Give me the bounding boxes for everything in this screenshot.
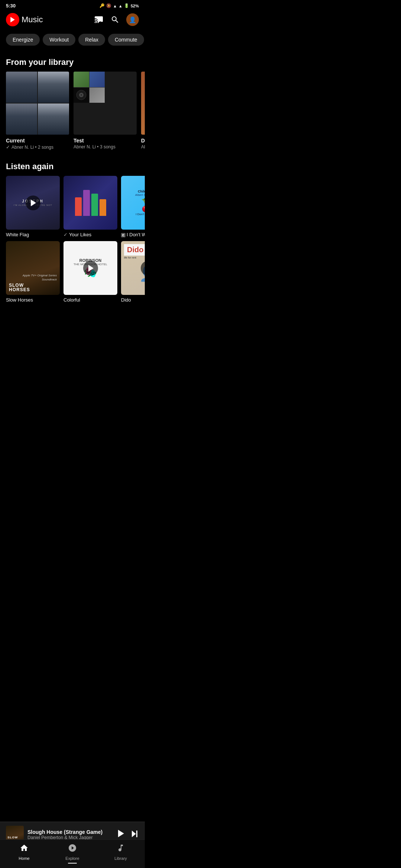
chip-workout[interactable]: Workout — [43, 34, 75, 46]
signal-icon: ▲ — [118, 4, 123, 8]
chip-commute[interactable]: Commute — [108, 34, 144, 46]
slow-horses-art-inner: Apple TV+ Original Series Soundtrack SLO… — [6, 241, 60, 295]
status-time: 5:30 — [6, 3, 16, 9]
library-item-test[interactable]: Test Abner N. Li • 3 songs — [74, 72, 137, 150]
check-icon-current: ✓ — [6, 144, 10, 150]
explicit-badge: E — [121, 233, 125, 237]
art-cell-1 — [6, 72, 37, 103]
youtube-music-logo — [6, 13, 19, 26]
library-item-meta-test: Abner N. Li • 3 songs — [74, 144, 137, 149]
listen-again-row-2: Apple TV+ Original Series Soundtrack SLO… — [0, 241, 145, 306]
library-item-disc[interactable]: 🎨 Disc... Abner N. Li — [141, 72, 145, 150]
key-icon: 🔑 — [100, 3, 105, 8]
test-cell-2 — [89, 72, 105, 87]
art-cell-2 — [38, 72, 69, 103]
test-cell-4 — [89, 88, 105, 103]
test-art-grid — [74, 72, 105, 103]
library-item-name-current: Current — [6, 138, 69, 144]
listen-item-name-your-likes: ✓ Your Likes — [63, 232, 117, 237]
app-name: Music — [22, 15, 43, 24]
status-bar: 5:30 🔑 🔕 ▲ ▲ 🔋 52% — [0, 0, 145, 10]
art-cell-4 — [38, 103, 69, 135]
user-avatar[interactable]: 👤 — [126, 13, 139, 26]
library-item-name-test: Test — [74, 138, 137, 144]
library-art-current — [6, 72, 69, 135]
listen-item-colorful[interactable]: ROBINSON THE MORRISON HOTEL 🎭 Colorful — [63, 241, 117, 303]
colorful-art-inner: ROBINSON THE MORRISON HOTEL 🎭 — [63, 241, 117, 295]
listen-item-name-dido: Dido — [121, 297, 145, 303]
library-row: Current ✓ Abner N. Li • 2 songs — [0, 72, 145, 150]
your-likes-check: ✓ — [63, 232, 68, 237]
mood-chips-row: Energize Workout Relax Commute Fo... — [0, 31, 145, 52]
wifi-icon: ▲ — [113, 4, 117, 8]
listen-art-hammond: Child Animal Albert Hammond Jr 🍒 I Don't… — [121, 176, 145, 230]
battery-percent: 52% — [131, 4, 139, 8]
chip-relax[interactable]: Relax — [78, 34, 105, 46]
mute-icon: 🔕 — [106, 3, 111, 8]
listen-item-name-hammond: EI Don't Wanna Talk (I Just Wanna Dance) — [121, 232, 145, 237]
test-cell-3 — [74, 88, 89, 103]
listen-again-section-title: Listen again — [0, 156, 145, 176]
listen-item-hammond[interactable]: Child Animal Albert Hammond Jr 🍒 I Don't… — [121, 176, 145, 237]
play-triangle-colorful — [88, 265, 94, 272]
likes-bars — [75, 190, 106, 216]
app-header: Music 👤 — [0, 10, 145, 31]
svg-point-3 — [81, 94, 82, 96]
header-actions: 👤 — [94, 13, 139, 26]
library-item-current[interactable]: Current ✓ Abner N. Li • 2 songs — [6, 72, 69, 150]
listen-item-name-slow-horses: Slow Horses — [6, 297, 60, 303]
dido-title-box: Dido life for rent — [124, 244, 145, 259]
listen-art-dido: Dido life for rent 👤 — [121, 241, 145, 295]
listen-item-your-likes[interactable]: ✓ Your Likes — [63, 176, 117, 237]
library-item-meta-disc: Abner N. Li — [141, 144, 145, 149]
listen-art-slow-horses: Apple TV+ Original Series Soundtrack SLO… — [6, 241, 60, 295]
art-cell-3 — [6, 103, 37, 135]
listen-item-slow-horses[interactable]: Apple TV+ Original Series Soundtrack SLO… — [6, 241, 60, 303]
listen-art-your-likes — [63, 176, 117, 230]
status-icons: 🔑 🔕 ▲ ▲ 🔋 52% — [100, 3, 139, 8]
cast-button[interactable] — [94, 14, 104, 25]
library-section-title: From your library — [0, 52, 145, 72]
likes-art-inner — [63, 176, 117, 230]
logo-area: Music — [6, 13, 43, 26]
chip-energize[interactable]: Energize — [6, 34, 40, 46]
library-item-meta-current: ✓ Abner N. Li • 2 songs — [6, 144, 69, 150]
play-triangle-white-flag — [31, 200, 36, 206]
test-cell-1 — [74, 72, 89, 87]
hammond-art-content: Child Animal Albert Hammond Jr 🍒 I Don't… — [132, 187, 145, 219]
listen-item-white-flag[interactable]: JOSEPH I'M ALONE, NO YOU'RE NOT White Fl… — [6, 176, 60, 237]
library-art-disc: 🎨 — [141, 72, 145, 135]
listen-item-dido[interactable]: Dido life for rent 👤 Dido — [121, 241, 145, 303]
svg-marker-0 — [10, 17, 15, 23]
play-overlay-colorful[interactable] — [83, 261, 98, 276]
battery-icon: 🔋 — [124, 3, 129, 8]
search-button[interactable] — [110, 14, 120, 25]
listen-again-row-1: JOSEPH I'M ALONE, NO YOU'RE NOT White Fl… — [0, 176, 145, 241]
hammond-art-inner: Child Animal Albert Hammond Jr 🍒 I Don't… — [121, 176, 145, 230]
library-item-name-disc: Disc... — [141, 138, 145, 144]
slow-horses-text-area: Apple TV+ Original Series Soundtrack SLO… — [9, 274, 57, 292]
library-art-test — [74, 72, 137, 135]
listen-item-name-white-flag: White Flag — [6, 232, 60, 237]
listen-art-colorful: ROBINSON THE MORRISON HOTEL 🎭 — [63, 241, 117, 295]
listen-item-name-colorful: Colorful — [63, 297, 117, 303]
listen-art-white-flag: JOSEPH I'M ALONE, NO YOU'RE NOT — [6, 176, 60, 230]
play-overlay-white-flag[interactable] — [26, 195, 40, 210]
